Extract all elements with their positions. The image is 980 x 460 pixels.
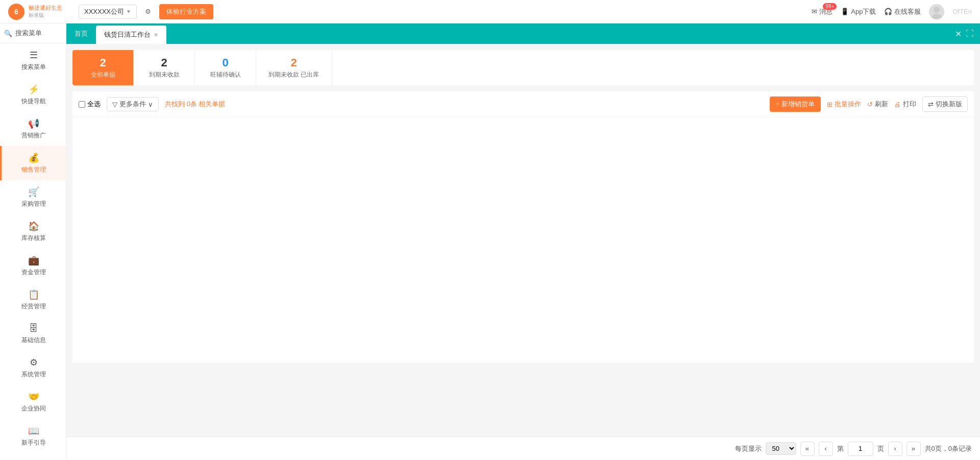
nav-icon-6: 💼	[28, 255, 39, 266]
app-download-btn[interactable]: 📱 App下载	[841, 7, 876, 16]
stat-num-2: 0	[222, 56, 228, 69]
stat-tab-3[interactable]: 2 到期未收款 已出库	[256, 50, 332, 85]
nav-label-3: 销售管理	[21, 165, 46, 174]
stat-tab-0[interactable]: 2 全部单据	[72, 50, 134, 85]
logo-icon: 6	[8, 4, 24, 20]
sidebar-item-4[interactable]: 🛒 采购管理	[0, 180, 66, 214]
nav-label-6: 资金管理	[21, 268, 46, 277]
sidebar-item-1[interactable]: ⚡ 快捷导航	[0, 78, 66, 112]
tab-bar-actions: ✕ ⛶	[955, 29, 980, 39]
next-page-btn[interactable]: ›	[888, 442, 902, 456]
online-service-btn[interactable]: 🎧 在线客服	[884, 7, 921, 16]
found-prefix: 共找到	[165, 100, 185, 108]
tab-label-0: 首页	[75, 29, 88, 38]
tab-label-1: 钱货日清工作台	[104, 30, 151, 39]
nav-label-10: 企业协同	[21, 404, 46, 413]
stat-label-1: 到期未收款	[149, 70, 180, 79]
avatar[interactable]	[929, 4, 944, 19]
app-download-icon: 📱	[841, 8, 849, 15]
nav-icon-0: ☰	[30, 50, 38, 61]
sidebar-item-0[interactable]: ☰ 搜索菜单	[0, 43, 66, 78]
print-icon: 🖨	[894, 101, 901, 108]
sidebar-item-8[interactable]: 🗄 基础信息	[0, 317, 66, 351]
user-name: OfTEn	[952, 8, 972, 15]
sidebar-item-9[interactable]: ⚙ 系统管理	[0, 351, 66, 385]
sidebar-item-10[interactable]: 🤝 企业协同	[0, 385, 66, 419]
found-count: 0条	[187, 100, 197, 108]
settings-icon[interactable]: ⚙	[141, 5, 155, 19]
sidebar-item-2[interactable]: 📢 营销推广	[0, 112, 66, 146]
company-selector[interactable]: XXXXXX公司 ▼	[79, 5, 137, 19]
stat-num-0: 2	[100, 56, 106, 69]
nav-label-11: 新手引导	[21, 439, 46, 447]
switch-label: 切换新版	[936, 100, 962, 109]
page-label-prefix: 第	[837, 444, 844, 453]
prev-page-btn[interactable]: ‹	[819, 442, 833, 456]
more-conditions-btn[interactable]: ▽ 更多条件 ∨	[107, 97, 159, 111]
switch-icon: ⇄	[928, 101, 934, 108]
company-name: XXXXXX公司	[84, 7, 124, 16]
search-icon: 🔍	[4, 30, 12, 37]
page-input[interactable]	[848, 442, 873, 456]
filter-icon: ▽	[112, 101, 117, 108]
stat-label-2: 旺辅待确认	[210, 70, 241, 79]
sidebar-item-11[interactable]: 📖 新手引导	[0, 419, 66, 453]
sidebar: 🔍 搜索菜单 ☰ 搜索菜单 ⚡ 快捷导航 📢 营销推广 💰 销售管理 🛒 采购管…	[0, 23, 66, 460]
sidebar-nav: ☰ 搜索菜单 ⚡ 快捷导航 📢 营销推广 💰 销售管理 🛒 采购管理 🏠 库存核…	[0, 43, 66, 460]
stat-num-1: 2	[161, 56, 167, 69]
sidebar-item-5[interactable]: 🏠 库存核算	[0, 214, 66, 249]
messages-btn[interactable]: ✉ 消息 99+	[812, 7, 832, 16]
tab-close-icon-1[interactable]: ✕	[154, 32, 158, 38]
tab-item-1[interactable]: 钱货日清工作台✕	[96, 26, 166, 44]
print-btn[interactable]: 🖨 打印	[894, 100, 916, 109]
found-suffix: 相关单据	[199, 100, 225, 108]
nav-icon-3: 💰	[28, 152, 39, 163]
batch-icon: ⊞	[827, 101, 832, 108]
stat-tab-2[interactable]: 0 旺辅待确认	[195, 50, 256, 85]
avatar-icon	[929, 4, 944, 19]
select-all-input[interactable]	[79, 101, 85, 108]
nav-icon-11: 📖	[28, 425, 39, 437]
nav-icon-2: 📢	[28, 118, 39, 129]
last-page-btn[interactable]: »	[906, 442, 921, 456]
nav-icon-10: 🤝	[28, 391, 39, 402]
tab-expand-action[interactable]: ⛶	[966, 29, 974, 38]
logo-text: 畅捷通好生意	[29, 4, 62, 11]
logo-sub: 标准版	[29, 12, 62, 19]
per-page-select[interactable]: 50 20 100	[766, 442, 796, 455]
first-page-btn[interactable]: «	[800, 442, 815, 456]
company-dropdown-arrow: ▼	[126, 9, 131, 14]
batch-btn[interactable]: ⊞ 批量操作	[827, 100, 861, 109]
top-header: 6 畅捷通好生意 标准版 XXXXXX公司 ▼ ⚙ 体验行业方案 ✉ 消息 99…	[0, 0, 980, 23]
sidebar-item-6[interactable]: 💼 资金管理	[0, 249, 66, 283]
experience-btn[interactable]: 体验行业方案	[159, 4, 213, 19]
svg-point-1	[932, 14, 942, 19]
tab-close-action[interactable]: ✕	[955, 29, 962, 39]
stat-tab-1[interactable]: 2 到期未收款	[134, 50, 195, 85]
per-page-label: 每页显示	[735, 444, 762, 453]
nav-label-1: 快捷导航	[21, 97, 46, 106]
main-content: 2 全部单据 2 到期未收款 0 旺辅待确认 2 到期未收款 已出库 全选 ▽ …	[66, 44, 980, 460]
tab-item-0[interactable]: 首页	[66, 23, 96, 44]
sidebar-item-12[interactable]: 📦 应用中心	[0, 453, 66, 460]
more-conditions-label: 更多条件	[119, 100, 146, 109]
nav-icon-8: 🗄	[29, 323, 38, 334]
tab-list: 首页钱货日清工作台✕	[66, 23, 166, 44]
select-all-checkbox[interactable]: 全选	[79, 100, 101, 109]
sidebar-item-3[interactable]: 💰 销售管理	[0, 146, 66, 180]
logo-area: 6 畅捷通好生意 标准版	[8, 4, 75, 20]
app-download-label: App下载	[851, 7, 876, 16]
print-label: 打印	[903, 100, 916, 109]
add-sale-btn[interactable]: + 新增销货单	[770, 96, 821, 112]
message-icon: ✉	[812, 8, 817, 15]
sidebar-search[interactable]: 🔍 搜索菜单	[0, 23, 66, 43]
sidebar-item-7[interactable]: 📋 经营管理	[0, 283, 66, 317]
switch-version-btn[interactable]: ⇄ 切换新版	[922, 96, 968, 112]
refresh-btn[interactable]: ↺ 刷新	[867, 100, 888, 109]
messages-badge: 99+	[823, 3, 837, 10]
stat-label-0: 全部单据	[91, 70, 115, 79]
nav-icon-4: 🛒	[28, 186, 39, 198]
nav-label-2: 营销推广	[21, 131, 46, 140]
batch-label: 批量操作	[835, 100, 861, 109]
nav-icon-5: 🏠	[28, 221, 39, 232]
